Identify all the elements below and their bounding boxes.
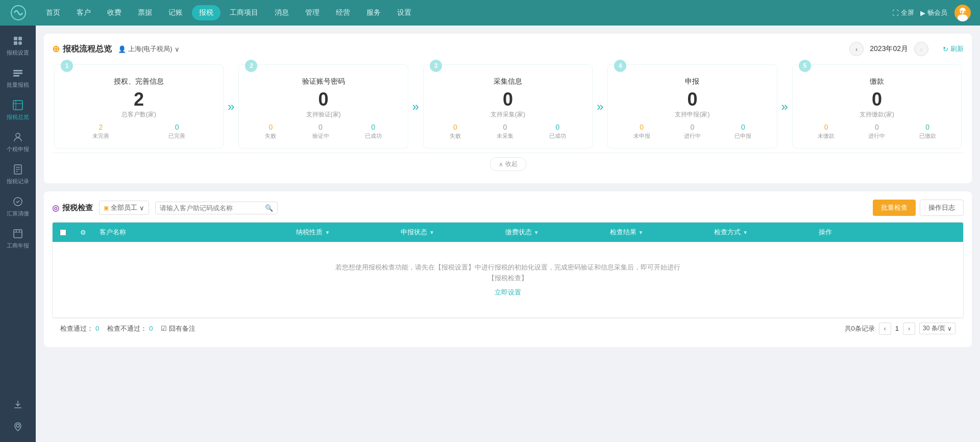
dropdown-arrow-icon: ∨ — [139, 204, 144, 212]
stat-complete: 0 已完善 — [168, 123, 185, 140]
location-person-icon: 👤 — [118, 45, 126, 53]
result-filter-icon[interactable]: ▼ — [639, 230, 644, 235]
step-2-number: 2 — [245, 60, 257, 72]
th-name: 客户名称 — [93, 223, 290, 242]
sidebar-item-tax-settings[interactable]: 报税设置 — [0, 30, 36, 62]
note-badge: ☑ 囧有备注 — [161, 324, 195, 333]
nav-settings[interactable]: 设置 — [390, 5, 419, 20]
overview-panel: ⊕ 报税流程总览 👤 上海(电子税局) ∨ ‹ 2023年02月 › ↻ 刷新 — [44, 34, 972, 183]
step-3-title: 采集信息 — [432, 77, 584, 86]
location-selector[interactable]: 👤 上海(电子税局) ∨ — [118, 44, 180, 54]
nav-tax[interactable]: 报税 — [192, 5, 220, 20]
check-table: ⚙ 客户名称 纳税性质 ▼ 申报状态 ▼ 缴费状态 ▼ — [52, 222, 964, 318]
nav-bills[interactable]: 票据 — [131, 5, 159, 20]
app-logo — [8, 3, 29, 23]
step-4-count: 0 — [616, 88, 768, 110]
tax-record-icon — [12, 163, 24, 176]
th-pay-status: 缴费状态 ▼ — [499, 223, 604, 242]
employee-filter[interactable]: ▣ 全部员工 ∨ — [99, 201, 149, 215]
next-month-button[interactable]: › — [914, 42, 928, 56]
sidebar-item-business-annual[interactable]: 工商年报 — [0, 223, 36, 255]
per-page-arrow-icon: ∨ — [947, 325, 952, 332]
svg-rect-12 — [13, 101, 22, 110]
chevron-down-icon: ∨ — [175, 45, 180, 53]
step-5-title: 缴款 — [801, 77, 953, 86]
stat-uncollected: 0 未采集 — [497, 123, 513, 140]
step-4-stats: 0 未申报 0 进行中 0 已申报 — [616, 123, 768, 140]
stat-success: 0 已成功 — [365, 123, 382, 140]
avatar[interactable]: iTA — [953, 4, 972, 22]
tax-filter-icon[interactable]: ▼ — [325, 230, 330, 235]
th-tax-nature: 纳税性质 ▼ — [290, 223, 395, 242]
next-page-button[interactable]: › — [903, 323, 915, 335]
step-4-subtitle: 支持申报(家) — [616, 110, 768, 119]
check-header: ◎ 报税检查 ▣ 全部员工 ∨ 🔍 批量检查 操作日志 — [52, 200, 964, 216]
search-input[interactable] — [160, 204, 263, 212]
batch-check-button[interactable]: 批量检查 — [873, 200, 916, 216]
sidebar-item-tax-overview[interactable]: 报税总览 — [0, 94, 36, 126]
search-icon[interactable]: 🔍 — [265, 204, 273, 212]
stat-collected: 0 已成功 — [549, 123, 566, 140]
refresh-button[interactable]: ↻ 刷新 — [943, 44, 964, 54]
pass-count-link[interactable]: 0 — [95, 325, 99, 332]
th-gear[interactable]: ⚙ — [73, 224, 93, 241]
sidebar-item-settlement[interactable]: 汇算清缴 — [0, 190, 36, 223]
step-1-count: 2 — [63, 88, 215, 110]
collapse-button[interactable]: ∧ 收起 — [490, 157, 526, 171]
method-filter-icon[interactable]: ▼ — [743, 230, 748, 235]
nav-message[interactable]: 消息 — [267, 5, 296, 20]
sidebar-item-location[interactable] — [9, 415, 27, 438]
setup-link[interactable]: 立即设置 — [495, 288, 521, 297]
step-3-count: 0 — [432, 88, 584, 110]
sidebar-item-batch-tax[interactable]: 批量报税 — [0, 62, 36, 94]
sidebar-item-download[interactable] — [9, 393, 27, 415]
nav-customer[interactable]: 客户 — [69, 5, 98, 20]
step-2-count: 0 — [247, 88, 399, 110]
header-right: 批量检查 操作日志 — [873, 200, 964, 216]
membership-button[interactable]: ▶ 畅会员 — [920, 8, 947, 17]
gear-icon: ⚙ — [80, 229, 86, 236]
svg-rect-9 — [13, 70, 22, 71]
nav-business[interactable]: 工商项目 — [223, 5, 265, 20]
prev-month-button[interactable]: ‹ — [849, 42, 864, 56]
batch-tax-icon — [12, 67, 24, 79]
arrow-1: » — [226, 64, 236, 149]
table-header: ⚙ 客户名称 纳税性质 ▼ 申报状态 ▼ 缴费状态 ▼ — [53, 223, 963, 242]
svg-rect-7 — [14, 41, 17, 45]
table-footer: 检查通过： 0 检查不通过： 0 ☑ 囧有备注 共0条记录 ‹ 1 › — [52, 318, 964, 339]
nav-operation[interactable]: 经营 — [329, 5, 357, 20]
svg-rect-21 — [14, 230, 22, 238]
nav-accounting[interactable]: 记账 — [161, 5, 190, 20]
step-4-number: 4 — [614, 60, 626, 72]
stat-fail-3: 0 失败 — [450, 123, 461, 140]
step-3-number: 3 — [430, 60, 442, 72]
nav-home[interactable]: 首页 — [39, 5, 67, 20]
check-panel: ◎ 报税检查 ▣ 全部员工 ∨ 🔍 批量检查 操作日志 — [44, 191, 972, 347]
sidebar-item-tax-record[interactable]: 报税记录 — [0, 158, 36, 190]
select-all-checkbox[interactable] — [60, 229, 66, 236]
fullscreen-icon: ⛶ — [892, 9, 899, 17]
operation-log-button[interactable]: 操作日志 — [920, 200, 964, 216]
nav-service[interactable]: 服务 — [359, 5, 388, 20]
step-5-count: 0 — [801, 88, 953, 110]
sidebar-item-personal-tax[interactable]: 个税申报 — [0, 126, 36, 158]
step-4-title: 申报 — [616, 77, 768, 86]
step-5-number: 5 — [799, 60, 811, 72]
step-2-title: 验证账号密码 — [247, 77, 399, 86]
declare-filter-icon[interactable]: ▼ — [429, 230, 434, 235]
svg-rect-10 — [13, 72, 22, 74]
stat-paid: 0 已缴款 — [919, 123, 936, 140]
collapse-bar: ∧ 收起 — [52, 153, 964, 175]
th-checkbox[interactable] — [53, 224, 73, 241]
sidebar-bottom — [9, 393, 27, 438]
table-body-empty: 若您想使用报税检查功能，请先在【报税设置】中进行报税的初始化设置，完成密码验证和… — [53, 242, 963, 317]
step-5-card: 5 缴款 0 支持缴款(家) 0 未缴款 0 进行中 — [792, 64, 962, 149]
nav-right: ⛶ 全屏 ▶ 畅会员 iTA — [892, 4, 972, 22]
per-page-selector[interactable]: 30 条/页 ∨ — [919, 323, 955, 334]
pay-filter-icon[interactable]: ▼ — [534, 230, 539, 235]
nav-fees[interactable]: 收费 — [100, 5, 129, 20]
fail-count-link[interactable]: 0 — [149, 325, 153, 332]
prev-page-button[interactable]: ‹ — [879, 323, 891, 335]
nav-manage[interactable]: 管理 — [298, 5, 327, 20]
fullscreen-button[interactable]: ⛶ 全屏 — [892, 8, 914, 17]
